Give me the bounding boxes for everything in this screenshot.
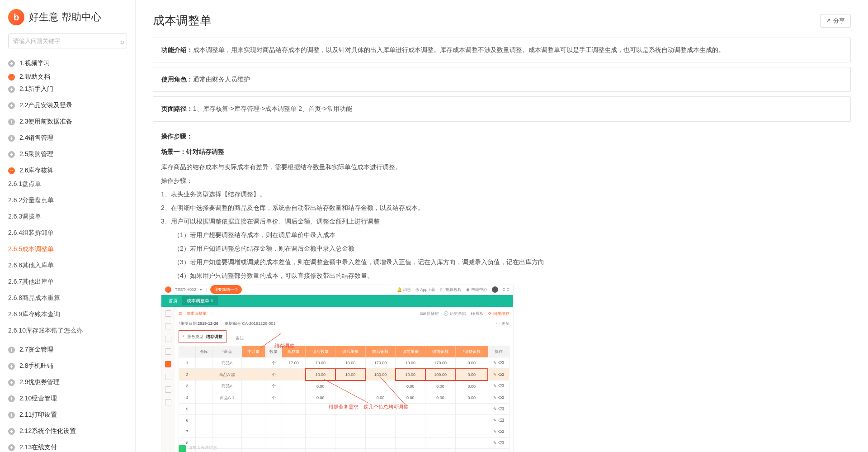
search-input[interactable] bbox=[8, 33, 127, 48]
nav-item[interactable]: 2.6.5成本调整单 bbox=[8, 244, 127, 255]
rail-icon[interactable] bbox=[165, 348, 171, 355]
type-value: 结存调整 bbox=[206, 333, 222, 341]
site-title: 好生意 帮助中心 bbox=[29, 10, 101, 24]
nav-item[interactable]: +2.10经营管理 bbox=[8, 393, 127, 404]
more-link[interactable]: 更多 bbox=[501, 321, 509, 326]
nav-item[interactable]: 2.6.2分量盘点单 bbox=[8, 195, 127, 206]
ss-tab-doc[interactable]: 成本调整单 × bbox=[182, 296, 218, 305]
nav-item[interactable]: 2.6.1盘点单 bbox=[8, 179, 127, 190]
app-link[interactable]: ◎ App下载 bbox=[415, 285, 435, 294]
nav-item[interactable]: +2.8手机旺铺 bbox=[8, 361, 127, 371]
subop-1: （1）若用户想要调整结存成本，则在调后单价中录入成本 bbox=[161, 228, 843, 241]
nav-label: 2.11打印设置 bbox=[19, 411, 57, 419]
path-text: 1、库存核算->库存管理->成本调整单 2、首页->常用功能 bbox=[193, 105, 352, 112]
rail-icon[interactable] bbox=[165, 310, 171, 317]
embedded-screenshot: TEST-H002 ▾ | 我要新增一个 🔔 消息 ◎ App下载 ▷ 视频教程… bbox=[161, 285, 514, 452]
subop-3: （3）若用户知道要调增或调减的成本差值，则在调整金额中录入差值，调增录入正值，记… bbox=[161, 256, 843, 268]
nav-item[interactable]: +2.4销售管理 bbox=[8, 133, 127, 143]
type-label: 业务类型 bbox=[187, 333, 203, 341]
nav-item[interactable]: +2.13在线支付 bbox=[8, 442, 127, 452]
search-icon[interactable]: ⌕ bbox=[120, 37, 124, 45]
nav-label: 2.7资金管理 bbox=[19, 346, 53, 354]
plus-icon: + bbox=[8, 86, 15, 93]
nav-label: 2.6.1盘点单 bbox=[8, 180, 41, 188]
bell-icon[interactable]: 🔔 消息 bbox=[397, 285, 411, 294]
nav-item[interactable]: +2.1新手入门 bbox=[8, 84, 127, 95]
footer-placeholder: 请输入备注信息 bbox=[189, 443, 217, 452]
nav-item[interactable]: 2.6.8商品成本重算 bbox=[8, 293, 127, 304]
plus-icon: + bbox=[8, 379, 15, 386]
nav-item[interactable]: +2.7资金管理 bbox=[8, 344, 127, 355]
nav-item[interactable]: 2.6.3调拨单 bbox=[8, 211, 127, 222]
nav-item[interactable]: +1.视频学习 bbox=[8, 59, 127, 67]
op-1: 1、表头业务类型选择【结存调整】。 bbox=[161, 188, 843, 200]
nav-label: 2.6.2分量盘点单 bbox=[8, 196, 54, 205]
rail-icon[interactable] bbox=[165, 386, 171, 393]
nav-item[interactable]: +2.11打印设置 bbox=[8, 409, 127, 420]
chevron-down-icon: ▾ bbox=[200, 285, 202, 294]
ss-history[interactable]: 🕘 历史单据 bbox=[443, 309, 466, 318]
content: 操作步骤： 场景一：针对结存调整 库存商品的结存成本与实际成本有差异，需要根据结… bbox=[153, 126, 851, 452]
intro-text: 成本调整单，用来实现对商品结存成本的调整，以及针对具体的出入库单进行成本调整。库… bbox=[193, 46, 725, 53]
plus-icon: + bbox=[8, 428, 15, 435]
nav-item[interactable]: −2.6库存核算 bbox=[8, 165, 127, 176]
nav-item[interactable]: +2.9优惠券管理 bbox=[8, 377, 127, 388]
role-box: 使用角色：通常由财务人员维护 bbox=[153, 67, 851, 92]
nav-item[interactable]: 2.6.10库存账本错了怎么办 bbox=[8, 325, 127, 336]
ops-heading: 操作步骤： bbox=[161, 174, 843, 187]
nav-item[interactable]: 2.6.4组装拆卸单 bbox=[8, 228, 127, 238]
rail-icon[interactable] bbox=[165, 336, 171, 342]
nav-label: 1.视频学习 bbox=[19, 59, 50, 67]
nav-item[interactable]: 2.6.6其他入库单 bbox=[8, 260, 127, 271]
nav-label: 2.12系统个性化设置 bbox=[19, 427, 76, 435]
rail-icon[interactable] bbox=[165, 399, 171, 405]
op-3: 3、用户可以根据调整依据直接在调后单价、调后金额、调整金额列上进行调整 bbox=[161, 215, 843, 228]
rail-icon[interactable] bbox=[165, 374, 171, 380]
ss-logo-icon bbox=[165, 286, 171, 293]
no-label: 单据编号 bbox=[225, 321, 241, 326]
role-text: 通常由财务人员维护 bbox=[193, 76, 250, 83]
list-icon: ▤ bbox=[179, 309, 183, 318]
nav-label: 2.13在线支付 bbox=[19, 443, 57, 452]
help-link[interactable]: ◉ 帮助中心 bbox=[466, 285, 487, 294]
ss-tab-home[interactable]: 首页 bbox=[164, 296, 182, 305]
video-link[interactable]: ▷ 视频教程 bbox=[440, 285, 462, 294]
biz-type-field[interactable]: *业务类型 结存调整 bbox=[179, 330, 226, 343]
nav-item[interactable]: −2.帮助文档 bbox=[8, 73, 127, 81]
nav-label: 2.10经营管理 bbox=[19, 395, 57, 403]
subop-2: （2）若用户知道调整总的结存金额，则在调后金额中录入总金额 bbox=[161, 242, 843, 255]
plus-icon: + bbox=[8, 135, 15, 142]
ss-crumb: ▤ 成本调整单 › ⌨ 快捷键 🕘 历史单据 ☷ 模板 ⟳ 同步结存 bbox=[179, 309, 509, 318]
plus-icon: + bbox=[8, 444, 15, 451]
ss-quick[interactable]: ⌨ 快捷键 bbox=[420, 309, 439, 318]
rail-icon[interactable] bbox=[165, 323, 171, 329]
nav-item[interactable]: +2.5采购管理 bbox=[8, 149, 127, 160]
ss-tpl[interactable]: ☷ 模板 bbox=[471, 309, 484, 318]
ss-panel: ▤ 成本调整单 › ⌨ 快捷键 🕘 历史单据 ☷ 模板 ⟳ 同步结存 *单据日期… bbox=[175, 307, 513, 452]
plus-icon: + bbox=[8, 60, 15, 67]
rail-icon-active[interactable] bbox=[165, 361, 171, 367]
share-button[interactable]: ↗ 分享 bbox=[820, 14, 851, 28]
nav-label: 2.帮助文档 bbox=[19, 73, 50, 81]
ss-sync[interactable]: ⟳ 同步结存 bbox=[488, 309, 509, 318]
ss-meta: *单据日期 2019-12-26 单据编号 CA-20191229-001 ⋯ … bbox=[179, 319, 509, 328]
minus-icon: − bbox=[8, 74, 15, 81]
ss-username: C C bbox=[503, 285, 510, 294]
nav-label: 2.6.3调拨单 bbox=[8, 213, 41, 221]
ss-crumb-text: 成本调整单 bbox=[186, 309, 207, 318]
footer-icon[interactable] bbox=[179, 445, 186, 452]
nav-item[interactable]: +2.12系统个性化设置 bbox=[8, 426, 127, 437]
plus-icon: + bbox=[8, 119, 15, 125]
nav-label: 2.4销售管理 bbox=[19, 134, 53, 142]
steps-heading: 操作步骤： bbox=[161, 130, 843, 143]
nav-label: 2.8手机旺铺 bbox=[19, 362, 53, 370]
share-label: 分享 bbox=[833, 17, 845, 25]
nav-item[interactable]: +2.3使用前数据准备 bbox=[8, 116, 127, 127]
nav-item[interactable]: +2.2产品安装及登录 bbox=[8, 100, 127, 111]
page-title: 成本调整单 bbox=[153, 13, 212, 29]
ss-new-button[interactable]: 我要新增一个 bbox=[210, 285, 242, 294]
nav-item[interactable]: 2.6.9库存账本查询 bbox=[8, 309, 127, 320]
avatar-icon[interactable] bbox=[492, 286, 498, 293]
nav-label: 2.6.8商品成本重算 bbox=[8, 294, 60, 302]
nav-item[interactable]: 2.6.7其他出库单 bbox=[8, 276, 127, 287]
